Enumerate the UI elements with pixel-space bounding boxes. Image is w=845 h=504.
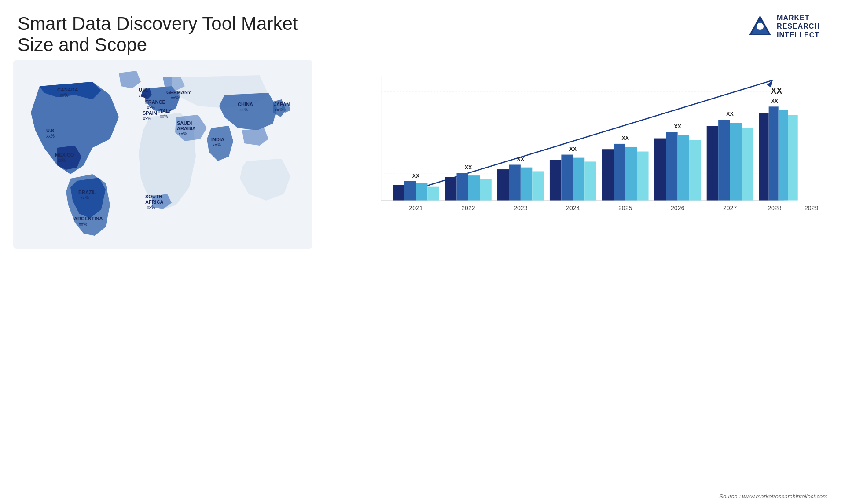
svg-rect-79 <box>759 113 769 200</box>
svg-text:2027: 2027 <box>723 205 737 212</box>
svg-rect-65 <box>614 144 625 201</box>
svg-text:SOUTH: SOUTH <box>145 194 162 199</box>
svg-point-2 <box>757 23 764 30</box>
svg-text:XX: XX <box>726 111 734 117</box>
svg-rect-54 <box>497 169 509 200</box>
world-map: CANADA xx% U.S. xx% MEXICO xx% BRAZIL xx… <box>13 60 312 253</box>
svg-rect-72 <box>689 140 701 201</box>
bar-chart: XX XX XX XX <box>326 60 832 253</box>
logo-area: MARKET RESEARCH INTELLECT <box>739 13 827 40</box>
svg-rect-55 <box>509 164 520 200</box>
svg-text:XX: XX <box>771 86 782 95</box>
svg-text:xx%: xx% <box>60 93 68 98</box>
svg-text:CHINA: CHINA <box>238 102 253 107</box>
svg-text:BRAZIL: BRAZIL <box>78 190 96 195</box>
svg-text:SPAIN: SPAIN <box>143 110 157 116</box>
svg-rect-56 <box>521 168 532 201</box>
svg-rect-44 <box>393 185 404 200</box>
svg-text:xx%: xx% <box>179 131 187 136</box>
svg-text:AFRICA: AFRICA <box>145 199 164 205</box>
svg-rect-49 <box>445 177 456 201</box>
svg-text:JAPAN: JAPAN <box>274 102 290 107</box>
svg-text:MEXICO: MEXICO <box>55 152 74 157</box>
logo-icon <box>747 13 773 40</box>
svg-text:CANADA: CANADA <box>57 87 78 92</box>
svg-text:XX: XX <box>674 124 681 130</box>
svg-text:XX: XX <box>465 164 472 171</box>
svg-text:2024: 2024 <box>566 205 580 212</box>
svg-rect-50 <box>457 173 468 201</box>
main-content: CANADA xx% U.S. xx% MEXICO xx% BRAZIL xx… <box>0 60 845 504</box>
svg-rect-81 <box>779 110 788 200</box>
svg-text:2026: 2026 <box>671 205 684 212</box>
svg-text:xx%: xx% <box>58 158 66 163</box>
world-map-panel: CANADA xx% U.S. xx% MEXICO xx% BRAZIL xx… <box>13 60 312 504</box>
svg-text:SAUDI: SAUDI <box>177 121 192 126</box>
svg-text:xx%: xx% <box>139 93 147 98</box>
logo-box: MARKET RESEARCH INTELLECT <box>747 13 820 40</box>
svg-rect-69 <box>654 139 666 201</box>
svg-text:xx%: xx% <box>79 222 87 226</box>
svg-text:2022: 2022 <box>461 205 475 212</box>
svg-rect-46 <box>416 183 427 201</box>
svg-text:xx%: xx% <box>147 205 155 210</box>
svg-rect-52 <box>480 179 491 200</box>
svg-rect-59 <box>550 160 561 201</box>
svg-rect-45 <box>404 181 416 200</box>
svg-text:XX: XX <box>771 98 779 104</box>
source-text: Source : www.marketresearchintellect.com <box>719 493 827 500</box>
svg-text:xx%: xx% <box>81 195 89 200</box>
svg-text:FRANCE: FRANCE <box>145 99 165 105</box>
svg-rect-60 <box>561 155 573 201</box>
bar-chart-panel: XX XX XX XX <box>312 60 832 504</box>
svg-rect-47 <box>427 187 439 201</box>
svg-text:xx%: xx% <box>160 114 168 119</box>
svg-rect-57 <box>532 171 544 200</box>
svg-text:U.K.: U.K. <box>139 88 148 93</box>
svg-rect-66 <box>625 147 637 201</box>
svg-text:xx%: xx% <box>147 105 155 110</box>
svg-text:U.S.: U.S. <box>46 128 55 133</box>
svg-rect-70 <box>666 132 677 200</box>
svg-text:2021: 2021 <box>409 205 422 212</box>
svg-rect-74 <box>707 126 718 200</box>
header: Smart Data Discovery Tool Market Size an… <box>0 0 845 60</box>
svg-text:XX: XX <box>621 135 629 141</box>
svg-text:xx%: xx% <box>239 107 248 112</box>
svg-rect-76 <box>730 123 742 200</box>
svg-text:xx%: xx% <box>275 107 283 112</box>
svg-text:xx%: xx% <box>213 142 221 147</box>
svg-text:GERMANY: GERMANY <box>166 90 191 95</box>
svg-text:ITALY: ITALY <box>158 108 172 113</box>
svg-text:xx%: xx% <box>143 116 151 121</box>
svg-rect-75 <box>718 120 730 200</box>
svg-rect-77 <box>742 128 753 201</box>
svg-text:ARGENTINA: ARGENTINA <box>74 216 103 221</box>
svg-rect-80 <box>769 106 779 200</box>
svg-rect-62 <box>584 161 596 200</box>
svg-text:ARABIA: ARABIA <box>177 126 196 131</box>
svg-text:2023: 2023 <box>514 205 527 212</box>
page-title: Smart Data Discovery Tool Market Size an… <box>18 13 326 55</box>
svg-text:2028: 2028 <box>768 205 781 212</box>
svg-rect-64 <box>602 149 614 200</box>
svg-text:INDIA: INDIA <box>211 137 224 142</box>
svg-text:xx%: xx% <box>171 95 179 100</box>
logo-text: MARKET RESEARCH INTELLECT <box>777 14 820 39</box>
svg-text:XX: XX <box>569 146 577 152</box>
svg-text:XX: XX <box>517 156 525 162</box>
svg-rect-67 <box>637 152 648 201</box>
svg-rect-61 <box>573 158 584 201</box>
svg-rect-82 <box>788 115 798 201</box>
svg-rect-51 <box>468 175 480 200</box>
svg-rect-71 <box>678 135 689 201</box>
svg-text:xx%: xx% <box>46 134 55 139</box>
svg-text:2025: 2025 <box>618 205 632 212</box>
svg-text:2029: 2029 <box>805 205 818 212</box>
svg-text:XX: XX <box>412 173 420 179</box>
